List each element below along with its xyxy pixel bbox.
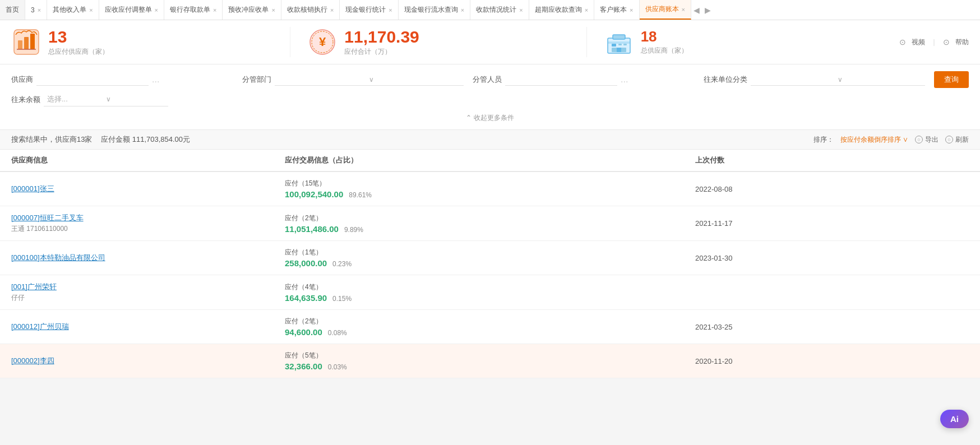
sort-dropdown[interactable]: 按应付余额倒序排序 ∨ [840, 135, 908, 145]
supplier-filter-dots[interactable]: ... [152, 75, 159, 85]
help-link[interactable]: 帮助 [955, 38, 969, 47]
last-pay-1: 2022-08-08 [695, 185, 969, 193]
tab-3[interactable]: 3 × [25, 0, 47, 20]
last-pay-3: 2023-01-30 [695, 254, 969, 262]
total-suppliers-icon [604, 27, 634, 57]
collapse-bar[interactable]: ⌃ 收起更多条件 [11, 111, 969, 125]
svg-rect-15 [617, 48, 621, 52]
tab-customer-ledger[interactable]: 客户账本 × [594, 0, 639, 20]
svg-rect-9 [613, 35, 625, 39]
tab-cash-flow-query[interactable]: 现金银行流水查询 × [399, 0, 470, 20]
export-icon: ○ [915, 136, 923, 143]
balance-filter-select[interactable]: 选择... ∨ [44, 92, 168, 106]
col-header-supplier: 供应商信息 [11, 155, 285, 165]
tab-supplier-ledger-close[interactable]: × [682, 6, 685, 13]
tab-cash-bank-stats-close[interactable]: × [389, 7, 392, 13]
tx-amount-2[interactable]: 11,051,486.00 [285, 224, 339, 234]
dept-chevron-down-icon: ∨ [369, 76, 460, 84]
supplier-link-1[interactable]: [000001]张三 [11, 184, 285, 194]
tab-collection-execute-label: 收款核销执行 [287, 5, 327, 15]
tx-label-2: 应付（2笔） [285, 214, 695, 223]
dept-filter-select[interactable]: ∨ [275, 74, 464, 86]
stat-ap-total: ¥ 11,170.39 应付合计（万） [307, 27, 586, 57]
svg-rect-12 [618, 44, 622, 45]
supplier-link-4[interactable]: [001]广州荣轩 [11, 282, 285, 292]
svg-rect-13 [623, 44, 627, 45]
supplier-info-2: [000007]恒旺二手叉车 王通 17106110000 [11, 213, 285, 234]
tab-advance-receive-label: 预收冲应收单 [228, 5, 269, 15]
tab-collection-stats-close[interactable]: × [519, 7, 523, 13]
tx-percent-5: 0.08% [328, 329, 347, 337]
video-link[interactable]: 视频 [912, 38, 925, 47]
col-header-last-pay: 上次付数 [695, 155, 969, 165]
table-row: [000001]张三 应付（15笔） 100,092,540.00 89.61%… [0, 172, 980, 206]
nav-next-arrow[interactable]: ▶ [702, 0, 714, 20]
tx-amount-6[interactable]: 32,366.00 [285, 361, 322, 371]
col-header-tx: 应付交易信息（占比） [285, 155, 695, 165]
tab-customer-ledger-close[interactable]: × [630, 7, 633, 13]
refresh-label: 刷新 [955, 135, 969, 145]
supplier-info-4: [001]广州荣轩 仔仔 [11, 282, 285, 303]
category-filter: 往来单位分类 ∨ [704, 74, 926, 86]
supplier-link-5[interactable]: [000012]广州贝瑞 [11, 322, 285, 332]
supplier-link-3[interactable]: [000100]本特勒油品有限公司 [11, 253, 285, 263]
dept-filter: 分管部门 ∨ [242, 74, 464, 86]
tab-ar-ap-adjust-close[interactable]: × [155, 7, 158, 13]
supplier-sub-4: 仔仔 [11, 293, 285, 303]
tab-home[interactable]: 首页 [0, 0, 25, 20]
tab-supplier-ledger[interactable]: 供应商账本 × [640, 0, 691, 20]
tx-label-6: 应付（5笔） [285, 351, 695, 360]
ap-suppliers-icon [11, 27, 41, 57]
tab-cash-flow-query-close[interactable]: × [461, 7, 464, 13]
tab-collection-stats[interactable]: 收款情况统计 × [470, 0, 529, 20]
supplier-link-6[interactable]: [000002]李四 [11, 356, 285, 366]
supplier-filter: 供应商 ... [11, 73, 233, 86]
tab-bank-deposit[interactable]: 银行存取款单 × [164, 0, 223, 20]
tab-collection-execute[interactable]: 收款核销执行 × [281, 0, 340, 20]
category-filter-select[interactable]: ∨ [751, 74, 926, 86]
tab-3-close[interactable]: × [38, 7, 41, 13]
tx-amount-4[interactable]: 164,635.90 [285, 293, 327, 303]
tab-collection-execute-close[interactable]: × [330, 7, 334, 13]
stat-ap-suppliers-number: 13 [48, 27, 109, 46]
tab-bank-deposit-close[interactable]: × [213, 7, 216, 13]
balance-select-value: 选择... [47, 94, 106, 104]
tab-overdue-query-close[interactable]: × [585, 7, 588, 13]
stat-total-suppliers: 18 总供应商（家） [604, 27, 882, 57]
tab-advance-receive-close[interactable]: × [271, 7, 275, 13]
last-pay-date-6: 2020-11-20 [695, 357, 733, 365]
supplier-link-2[interactable]: [000007]恒旺二手叉车 [11, 213, 285, 223]
nav-prev-arrow[interactable]: ◀ [691, 0, 702, 20]
tab-other-income[interactable]: 其他收入单 × [47, 0, 99, 20]
tab-advance-receive[interactable]: 预收冲应收单 × [223, 0, 281, 20]
supplier-info-1: [000001]张三 [11, 184, 285, 194]
tx-amount-3[interactable]: 258,000.00 [285, 258, 327, 268]
dept-filter-label: 分管部门 [242, 75, 271, 85]
tx-label-5: 应付（2笔） [285, 317, 695, 326]
query-button[interactable]: 查询 [934, 71, 969, 88]
refresh-button[interactable]: ○ 刷新 [945, 135, 969, 145]
tab-overdue-query[interactable]: 超期应收款查询 × [529, 0, 594, 20]
tx-percent-2: 9.89% [344, 226, 363, 234]
supplier-filter-input[interactable] [36, 73, 149, 86]
tx-amount-5[interactable]: 94,600.00 [285, 327, 322, 337]
export-button[interactable]: ○ 导出 [915, 135, 939, 145]
tx-percent-4: 0.15% [332, 295, 352, 303]
svg-rect-10 [608, 41, 630, 44]
tab-home-label: 首页 [6, 5, 19, 15]
person-filter-input[interactable] [505, 73, 617, 86]
tab-collection-stats-label: 收款情况统计 [476, 5, 516, 15]
tx-info-4: 应付（4笔） 164,635.90 0.15% [285, 282, 695, 303]
stat-ap-total-number: 11,170.39 [344, 27, 419, 46]
svg-rect-3 [30, 34, 35, 49]
tab-ar-ap-adjust[interactable]: 应收应付调整单 × [99, 0, 164, 20]
filter-row-2: 往来余额 选择... ∨ [11, 92, 969, 106]
tab-cash-bank-stats[interactable]: 现金银行统计 × [340, 0, 398, 20]
tab-other-income-close[interactable]: × [89, 7, 93, 13]
person-filter-dots[interactable]: ... [621, 75, 628, 85]
tab-3-label: 3 [31, 6, 35, 14]
tx-info-6: 应付（5笔） 32,366.00 0.03% [285, 351, 695, 371]
svg-text:¥: ¥ [319, 35, 326, 49]
stat-total-suppliers-number: 18 [641, 29, 688, 45]
tx-amount-1[interactable]: 100,092,540.00 [285, 189, 343, 199]
